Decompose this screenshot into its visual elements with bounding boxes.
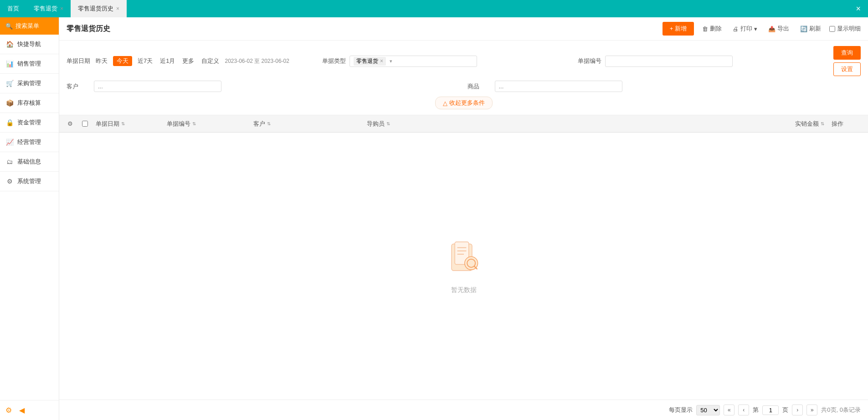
th-amount[interactable]: 实销金额 ⇅ [450,120,828,128]
sidebar-item-finance[interactable]: 🔒 资金管理 [0,113,59,133]
sidebar-search[interactable]: 🔍 搜索菜单 [0,17,59,35]
collapse-sidebar-icon[interactable]: ◀ [19,406,25,415]
operations-icon: 📈 [5,138,14,146]
page-header: 零售退货历史 + 新增 🗑 删除 🖨 打印 ▾ 📤 导出 🔄 [59,17,868,41]
goods-filter-input[interactable] [495,81,622,92]
th-number[interactable]: 单据编号 ⇅ [163,120,250,128]
sort-number-icon: ⇅ [192,121,196,126]
delete-button[interactable]: 🗑 删除 [699,23,724,35]
date-option-1month[interactable]: 近1月 [158,56,177,66]
page-title: 零售退货历史 [67,24,110,34]
th-date[interactable]: 单据日期 ⇅ [92,120,163,128]
sidebar-item-basic-info[interactable]: 🗂 基础信息 [0,152,59,172]
sidebar: 🔍 搜索菜单 🏠 快捷导航 📊 销售管理 🛒 采购管理 📦 库存核算 🔒 资金管… [0,17,59,420]
goods-filter-field [495,81,861,92]
date-option-custom[interactable]: 自定义 [200,56,221,66]
collapse-icon: △ [443,100,447,107]
sort-customer-icon: ⇅ [267,121,271,126]
date-option-more[interactable]: 更多 [180,56,196,66]
table-area: ⚙ 单据日期 ⇅ 单据编号 ⇅ 客户 ⇅ 导购员 ⇅ [59,115,868,420]
filter-area: 单据日期 昨天 今天 近7天 近1月 更多 自定义 2023-06-02 至 2… [59,41,868,115]
purchase-icon: 🛒 [5,79,14,87]
page-unit: 页 [782,406,788,414]
system-icon: ⚙ [5,177,14,185]
tab-home[interactable]: 首页 [0,0,26,17]
sidebar-bottom: ⚙ ◀ [0,400,59,420]
select-all-checkbox[interactable] [82,121,88,127]
sidebar-item-purchase[interactable]: 🛒 采购管理 [0,74,59,93]
date-option-today[interactable]: 今天 [113,56,132,66]
finance-icon: 🔒 [5,118,14,127]
table-header: ⚙ 单据日期 ⇅ 单据编号 ⇅ 客户 ⇅ 导购员 ⇅ [59,115,868,133]
page-number-input[interactable] [762,405,779,415]
close-tab-retail-return[interactable]: × [60,5,63,12]
type-tag-input[interactable]: 零售退货 × ▾ [349,56,477,67]
th-customer[interactable]: 客户 ⇅ [250,120,363,128]
table-select-all[interactable] [77,121,92,127]
refresh-button[interactable]: 🔄 刷新 [797,23,824,35]
th-action: 操作 [828,120,864,128]
page-label: 第 [753,406,759,414]
settings-bottom-icon[interactable]: ⚙ [5,406,12,415]
close-tab-retail-return-history[interactable]: × [116,5,119,12]
basic-info-icon: 🗂 [5,158,14,166]
sidebar-item-inventory[interactable]: 📦 库存核算 [0,93,59,113]
customer-filter-input[interactable] [94,81,221,92]
sidebar-item-quick-nav[interactable]: 🏠 快捷导航 [0,35,59,54]
last-page-button[interactable]: » [806,405,817,415]
date-option-7days[interactable]: 近7天 [136,56,154,66]
type-dropdown-arrow: ▾ [390,58,392,64]
empty-state: 暂无数据 [59,133,868,400]
collapse-row: △ 收起更多条件 [67,97,861,109]
sidebar-item-sales[interactable]: 📊 销售管理 [0,54,59,74]
print-dropdown-icon: ▾ [754,26,757,32]
settings-button[interactable]: 设置 [833,62,861,76]
empty-icon [443,238,484,279]
customer-filter-label: 客户 [67,82,94,91]
type-tag: 零售退货 × [354,57,386,66]
tab-retail-return-history[interactable]: 零售退货历史 × [71,0,127,17]
total-info: 共0页, 0条记录 [821,406,861,414]
new-button[interactable]: + 新增 [663,22,694,36]
filter-row-customer: 客户 商品 [67,81,861,92]
display-toggle[interactable]: 显示明细 [829,25,861,33]
query-button[interactable]: 查询 [833,46,861,60]
sidebar-item-operations[interactable]: 📈 经营管理 [0,133,59,152]
customer-filter-field [94,81,460,92]
date-filter-label: 单据日期 [67,57,94,65]
header-actions: + 新增 🗑 删除 🖨 打印 ▾ 📤 导出 🔄 刷新 [663,22,861,36]
pagination-bar: 每页显示 10 20 50 100 « ‹ 第 页 › » 共0页, 0条记录 [59,400,868,420]
goods-filter-label: 商品 [467,82,495,91]
sort-amount-icon: ⇅ [821,121,824,126]
type-filter-label: 单据类型 [322,57,349,65]
refresh-icon: 🔄 [800,26,807,32]
page-size-label: 每页显示 [669,406,693,414]
window-close-button[interactable]: × [848,4,868,14]
empty-text: 暂无数据 [451,286,477,294]
number-filter-input[interactable] [605,56,733,67]
print-icon: 🖨 [733,26,739,32]
display-checkbox[interactable] [829,26,835,32]
page-size-select[interactable]: 10 20 50 100 [696,405,720,415]
collapse-button[interactable]: △ 收起更多条件 [435,97,493,109]
tab-retail-return[interactable]: 零售退货 × [26,0,71,17]
next-page-button[interactable]: › [792,405,803,415]
sidebar-item-system[interactable]: ⚙ 系统管理 [0,172,59,191]
export-button[interactable]: 📤 导出 [765,23,792,35]
prev-page-button[interactable]: ‹ [738,405,749,415]
type-tag-close[interactable]: × [380,58,383,64]
print-button[interactable]: 🖨 打印 ▾ [730,23,760,35]
home-icon: 🏠 [5,40,14,48]
date-option-yesterday[interactable]: 昨天 [94,56,109,66]
th-guide[interactable]: 导购员 ⇅ [363,120,450,128]
delete-icon: 🗑 [702,26,708,32]
main-layout: 🔍 搜索菜单 🏠 快捷导航 📊 销售管理 🛒 采购管理 📦 库存核算 🔒 资金管… [0,17,868,420]
sort-guide-icon: ⇅ [386,121,390,126]
export-icon: 📤 [768,26,776,32]
table-settings-icon[interactable]: ⚙ [63,120,77,127]
sort-date-icon: ⇅ [121,121,125,126]
number-filter-field [605,56,826,67]
first-page-button[interactable]: « [724,405,734,415]
date-range-display: 2023-06-02 至 2023-06-02 [225,57,289,65]
tab-list: 首页 零售退货 × 零售退货历史 × [0,0,848,17]
